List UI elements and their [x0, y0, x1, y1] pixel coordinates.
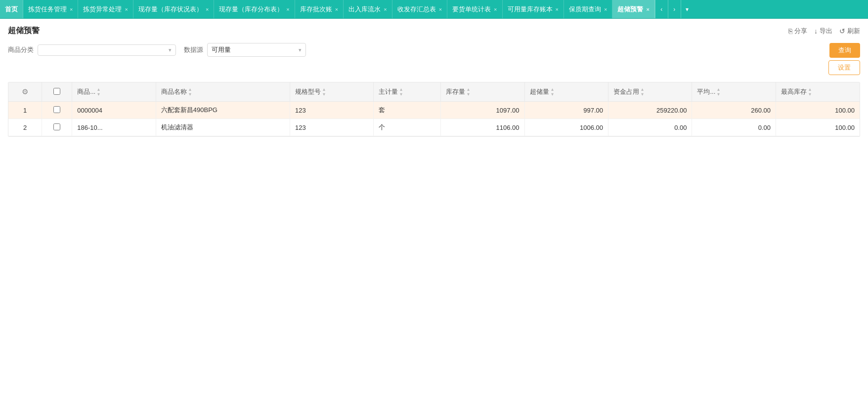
export-icon: ↓: [814, 27, 818, 35]
filter-category: 商品分类 ▾: [8, 44, 176, 56]
query-button[interactable]: 查询: [829, 43, 860, 58]
th-name: 商品名称 ▴▾: [156, 82, 290, 102]
cell-name-1: 机油滤清器: [156, 119, 290, 136]
datasource-select[interactable]: 可用量 ▾: [207, 43, 306, 57]
th-settings: ⚙: [8, 82, 42, 102]
row-checkbox-1[interactable]: [53, 123, 60, 130]
th-code: 商品... ▴▾: [72, 82, 156, 102]
nav-tab-4[interactable]: 现存量（库存分布表） ×: [214, 0, 295, 18]
th-capital: 资金占用 ▴▾: [608, 82, 692, 102]
close-tab-2-icon[interactable]: ×: [125, 6, 128, 12]
cell-check-0: [42, 102, 72, 119]
refresh-button[interactable]: ↺ 刷新: [839, 27, 860, 36]
cell-stock-0: 1097.00: [441, 102, 524, 119]
nav-tab-5[interactable]: 库存批次账 ×: [295, 0, 344, 18]
th-checkbox: [42, 82, 72, 102]
table-header-row: ⚙ 商品... ▴▾: [8, 82, 860, 102]
cell-code-0: 0000004: [72, 102, 156, 119]
th-avg: 平均... ▴▾: [692, 82, 776, 102]
cell-max-1: 100.00: [776, 119, 860, 136]
th-stock: 库存量 ▴▾: [441, 82, 524, 102]
sort-capital-icon[interactable]: ▴▾: [641, 87, 644, 97]
cell-check-1: [42, 119, 72, 136]
sort-stock-icon[interactable]: ▴▾: [467, 87, 470, 97]
header-actions: ⎘ 分享 ↓ 导出 ↺ 刷新: [788, 27, 860, 36]
filter-area: 商品分类 ▾ 数据源 可用量 ▾ 查询 设置: [8, 43, 860, 75]
category-select[interactable]: ▾: [38, 44, 176, 56]
close-tab-7-icon[interactable]: ×: [439, 6, 442, 12]
nav-tab-3[interactable]: 现存量（库存状况表） ×: [133, 0, 214, 18]
cell-stock-1: 1106.00: [441, 119, 524, 136]
cell-unit-1: 个: [374, 119, 441, 136]
nav-tab-6[interactable]: 出入库流水 ×: [344, 0, 392, 18]
cell-code-1: 186-10...: [72, 119, 156, 136]
nav-next-arrow[interactable]: ›: [668, 0, 681, 18]
cell-name-0: 六配套新昌490BPG: [156, 102, 290, 119]
page-title: 超储预警: [8, 26, 40, 36]
filter-datasource: 数据源 可用量 ▾: [184, 43, 306, 57]
table-row: 2 186-10... 机油滤清器 123 个 1106.00 1006.00 …: [8, 119, 860, 136]
nav-prev-arrow[interactable]: ‹: [655, 0, 668, 18]
nav-more-arrow[interactable]: ▾: [681, 0, 694, 18]
nav-tab-7[interactable]: 收发存汇总表 ×: [392, 0, 447, 18]
export-button[interactable]: ↓ 导出: [814, 27, 832, 36]
data-table: ⚙ 商品... ▴▾: [8, 82, 860, 137]
nav-tab-1[interactable]: 拣货任务管理 ×: [23, 0, 78, 18]
close-tab-1-icon[interactable]: ×: [70, 6, 73, 12]
sort-max-icon[interactable]: ▴▾: [809, 87, 811, 97]
th-spec: 规格型号 ▴▾: [290, 82, 373, 102]
datasource-label: 数据源: [184, 45, 203, 54]
cell-capital-1: 0.00: [608, 119, 692, 136]
cell-avg-0: 260.00: [692, 102, 776, 119]
close-tab-6-icon[interactable]: ×: [384, 6, 387, 12]
close-tab-4-icon[interactable]: ×: [286, 6, 289, 12]
sort-unit-icon[interactable]: ▴▾: [400, 87, 402, 97]
th-unit: 主计量 ▴▾: [374, 82, 441, 102]
nav-home[interactable]: 首页: [0, 0, 23, 18]
refresh-icon: ↺: [839, 27, 845, 35]
settings-icon[interactable]: ⚙: [22, 87, 28, 96]
share-button[interactable]: ⎘ 分享: [788, 27, 807, 36]
close-tab-11-icon[interactable]: ×: [646, 6, 649, 12]
sort-code-icon[interactable]: ▴▾: [97, 87, 100, 97]
nav-tab-11[interactable]: 超储预警 ×: [612, 0, 654, 18]
th-over: 超储量 ▴▾: [524, 82, 608, 102]
cell-spec-0: 123: [290, 102, 373, 119]
cell-spec-1: 123: [290, 119, 373, 136]
category-label: 商品分类: [8, 45, 34, 54]
cell-max-0: 100.00: [776, 102, 860, 119]
cell-index-1: 2: [8, 119, 42, 136]
nav-tab-10[interactable]: 保质期查询 ×: [564, 0, 612, 18]
close-tab-3-icon[interactable]: ×: [206, 6, 209, 12]
close-tab-10-icon[interactable]: ×: [604, 6, 607, 12]
category-arrow-icon: ▾: [169, 47, 172, 53]
close-tab-8-icon[interactable]: ×: [494, 6, 497, 12]
cell-avg-1: 0.00: [692, 119, 776, 136]
page-header: 超储预警 ⎘ 分享 ↓ 导出 ↺ 刷新: [8, 26, 860, 36]
nav-tab-8[interactable]: 要货单统计表 ×: [447, 0, 502, 18]
table-row: 1 0000004 六配套新昌490BPG 123 套 1097.00 997.…: [8, 102, 860, 119]
sort-name-icon[interactable]: ▴▾: [189, 87, 191, 97]
th-max: 最高库存 ▴▾: [776, 82, 860, 102]
cell-index-0: 1: [8, 102, 42, 119]
nav-tab-2[interactable]: 拣货异常处理 ×: [78, 0, 133, 18]
cell-over-1: 1006.00: [524, 119, 608, 136]
datasource-value: 可用量: [212, 45, 231, 54]
cell-over-0: 997.00: [524, 102, 608, 119]
sort-spec-icon[interactable]: ▴▾: [323, 87, 325, 97]
cell-capital-0: 259220.00: [608, 102, 692, 119]
close-tab-9-icon[interactable]: ×: [556, 6, 559, 12]
sort-avg-icon[interactable]: ▴▾: [717, 87, 720, 97]
select-all-checkbox[interactable]: [53, 88, 60, 95]
page-content: 超储预警 ⎘ 分享 ↓ 导出 ↺ 刷新 商品分类 ▾: [0, 19, 868, 144]
set-button[interactable]: 设置: [828, 60, 860, 75]
close-tab-5-icon[interactable]: ×: [335, 6, 338, 12]
share-icon: ⎘: [788, 27, 792, 35]
nav-tab-9[interactable]: 可用量库存账本 ×: [503, 0, 564, 18]
cell-unit-0: 套: [374, 102, 441, 119]
sort-over-icon[interactable]: ▴▾: [551, 87, 554, 97]
row-checkbox-0[interactable]: [53, 106, 60, 113]
datasource-arrow-icon: ▾: [299, 47, 302, 53]
top-nav: 首页 拣货任务管理 × 拣货异常处理 × 现存量（库存状况表） × 现存量（库存…: [0, 0, 868, 19]
